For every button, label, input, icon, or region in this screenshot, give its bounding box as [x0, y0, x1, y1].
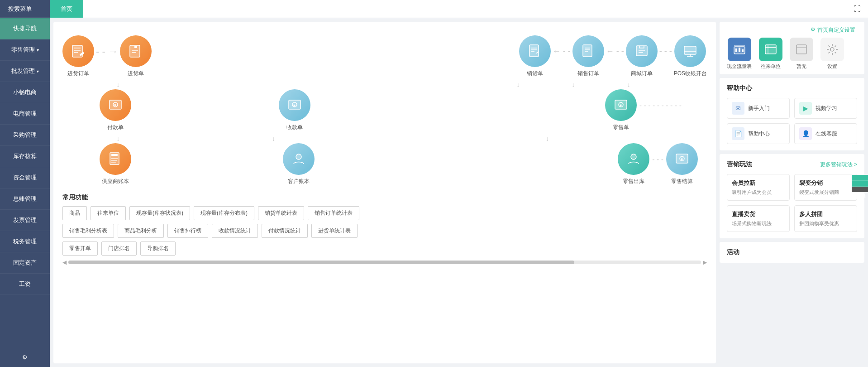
sidebar-item-invoice[interactable]: 发票管理 — [0, 210, 50, 231]
func-btn-lingshou-open[interactable]: 零售开单 — [62, 241, 98, 256]
svg-text:¥: ¥ — [681, 157, 683, 161]
node-circle-xiaoshou-dingdan — [572, 35, 604, 67]
help-item-help[interactable]: 📄 帮助中心 — [727, 123, 790, 144]
func-btn-fukuan-stat[interactable]: 付款情况统计 — [262, 224, 308, 238]
float-btn-service[interactable]: 客服热线 — [852, 175, 868, 181]
home-settings-label: 首页自定义设置 — [817, 26, 855, 34]
node-lingshou-jiesuan[interactable]: ¥ 零售结算 — [666, 143, 698, 185]
node-lingshou-dan[interactable]: ¥ 零售单 — [605, 89, 637, 131]
v-arrow-fukuan: ↓ — [100, 135, 137, 142]
node-gongyingshang-zhangben[interactable]: 供应商账本 — [100, 143, 131, 185]
node-circle-shangcheng-dingdan — [626, 35, 658, 67]
func-btn-maoli1[interactable]: 销售毛利分析表 — [62, 224, 114, 238]
node-xiaoshou-dingdan[interactable]: 销售订单 — [572, 35, 604, 77]
node-shoukuan-dan[interactable]: ¥ 收款单 — [279, 89, 310, 131]
sidebar-item-label: 资金管理 — [13, 174, 37, 182]
func-buttons-row2: 销售毛利分析表 商品毛利分析 销售排行榜 收款情况统计 付款情况统计 进货单统计… — [62, 224, 707, 238]
node-jinhuo-dan[interactable]: 进货单 — [120, 35, 152, 77]
help-item-video[interactable]: ▶ 视频学习 — [794, 98, 857, 119]
sidebar-item-ledger[interactable]: 总账管理 — [0, 188, 50, 210]
sidebar-item-ecommerce-mgmt[interactable]: 电商管理 — [0, 103, 50, 125]
float-btn-desktop[interactable]: 桌面快捷 — [852, 187, 868, 192]
sidebar-item-inventory[interactable]: 库存核算 — [0, 146, 50, 167]
help-text: 在线客服 — [816, 130, 837, 138]
marketing-item-live[interactable]: 直播卖货 场景式购物新玩法 — [727, 205, 790, 232]
func-btn-daogou[interactable]: 导购排名 — [140, 241, 176, 256]
sidebar-item-wholesale[interactable]: 批发管理 ▾ — [0, 61, 50, 82]
activity-title: 活动 — [727, 248, 857, 256]
expand-icon[interactable]: ⛶ — [851, 3, 863, 15]
marketing-item-title: 会员拉新 — [732, 179, 785, 187]
svg-rect-11 — [583, 45, 592, 57]
sidebar-item-finance[interactable]: 资金管理 — [0, 167, 50, 188]
sidebar-item-label: 采购管理 — [13, 131, 37, 139]
func-btn-maoli2[interactable]: 商品毛利分析 — [118, 224, 164, 238]
help-item-online-service[interactable]: 👤 在线客服 — [794, 123, 857, 144]
sidebar-item-salary[interactable]: 工资 — [0, 274, 50, 295]
tab-home[interactable]: 首页 — [50, 0, 83, 18]
right-panel: ⚙ 首页自定义设置 — [720, 22, 864, 363]
quick-icon-box-zanwu — [790, 38, 813, 61]
marketing-item-fission[interactable]: 裂变分销 裂变式发展分销商 — [794, 174, 857, 201]
marketing-item-group[interactable]: 多人拼团 拼团购物享受优惠 — [794, 205, 857, 232]
help-text: 视频学习 — [816, 105, 837, 112]
node-kehu-zhangben[interactable]: 客户账本 — [283, 143, 315, 185]
svg-rect-42 — [735, 48, 737, 52]
marketing-item-desc: 场景式购物新玩法 — [732, 220, 785, 227]
gear-icon: ⚙ — [22, 354, 28, 361]
home-settings-link[interactable]: ⚙ 首页自定义设置 — [727, 26, 857, 34]
float-btn-community[interactable]: 服务社区 — [852, 181, 868, 187]
node-circle-jinhuo-dan — [120, 35, 152, 67]
func-btn-xiancun1[interactable]: 现存量(库存状况表) — [129, 206, 190, 220]
quick-icon-settings[interactable]: 设置 — [820, 38, 844, 70]
marketing-more-link[interactable]: 更多营销玩法 > — [820, 161, 857, 169]
marketing-panel: 营销玩法 更多营销玩法 > 会员拉新 吸引用户成为会员 裂变分销 裂变式发展分销… — [720, 154, 864, 238]
arrow-right-1: - - → — [96, 46, 118, 58]
quick-icon-cashflow[interactable]: 现金流量表 — [727, 38, 752, 70]
node-label: 进货单 — [128, 70, 144, 77]
node-label: 零售结算 — [671, 178, 693, 185]
quick-icon-box-cashflow — [728, 38, 751, 61]
help-icon-doc: 📄 — [732, 127, 744, 140]
quick-icon-zanwu[interactable]: 暂无 — [790, 38, 813, 70]
sidebar: 快捷导航 零售管理 ▾ 批发管理 ▾ 小畅电商 电商管理 采购管理 库存核算 资… — [0, 18, 50, 367]
func-btn-xiancun2[interactable]: 现存量(库存分布表) — [194, 206, 254, 220]
func-btn-xiaohuo-stat[interactable]: 销货单统计表 — [258, 206, 304, 220]
node-lingshou-chuku[interactable]: 零售出库 — [618, 143, 649, 185]
scroll-left-arrow[interactable]: ◀ — [62, 259, 67, 266]
func-btn-shangpin[interactable]: 商品 — [62, 206, 87, 220]
func-btn-xiaoshou-stat[interactable]: 销售订单统计表 — [308, 206, 359, 220]
scroll-right-arrow[interactable]: ▶ — [703, 259, 707, 266]
node-xiaohuo-dan[interactable]: 销货单 — [519, 35, 551, 77]
sidebar-item-purchase[interactable]: 采购管理 — [0, 125, 50, 146]
sidebar-item-xiaochang[interactable]: 小畅电商 — [0, 82, 50, 103]
search-menu-button[interactable]: 搜索菜单 — [0, 0, 50, 18]
sidebar-item-tax[interactable]: 税务管理 — [0, 231, 50, 252]
node-pos[interactable]: POS收银开台 — [674, 35, 707, 77]
scrollbar[interactable]: ◀ ▶ — [62, 259, 707, 266]
func-btn-jinhuo-stat[interactable]: 进货单统计表 — [311, 224, 358, 238]
func-btn-shoukuan-stat[interactable]: 收款情况统计 — [212, 224, 258, 238]
marketing-header: 营销玩法 更多营销玩法 > — [727, 160, 857, 169]
quick-icon-wanglai[interactable]: 往来单位 — [759, 38, 782, 70]
sidebar-item-quicknav[interactable]: 快捷导航 — [0, 18, 50, 39]
help-item-beginner[interactable]: ✉ 新手入门 — [727, 98, 790, 119]
func-btn-paihang[interactable]: 销售排行榜 — [167, 224, 208, 238]
top-right-area: ⛶ — [851, 3, 868, 15]
func-btn-wanglai[interactable]: 往来单位 — [91, 206, 126, 220]
quick-icons-row: 现金流量表 往来单位 — [727, 38, 857, 70]
svg-rect-7 — [529, 45, 539, 57]
marketing-item-title: 直播卖货 — [732, 210, 785, 218]
node-fukuan-dan[interactable]: ¥ 付款单 — [100, 89, 131, 131]
help-center-title: 帮助中心 — [727, 84, 857, 92]
node-jinhuo-dingdan[interactable]: 进货订单 — [62, 35, 94, 77]
marketing-item-membership[interactable]: 会员拉新 吸引用户成为会员 — [727, 174, 790, 201]
dashed-line: - - - — [659, 47, 672, 56]
node-label: 销货单 — [527, 70, 543, 77]
sidebar-item-retail[interactable]: 零售管理 ▾ — [0, 39, 50, 61]
sidebar-settings-button[interactable]: ⚙ — [0, 348, 50, 367]
marketing-item-desc: 吸引用户成为会员 — [732, 189, 785, 196]
node-shangcheng-dingdan[interactable]: 商城订单 — [626, 35, 658, 77]
sidebar-item-fixed-assets[interactable]: 固定资产 — [0, 252, 50, 274]
func-btn-mendian[interactable]: 门店排名 — [101, 241, 137, 256]
